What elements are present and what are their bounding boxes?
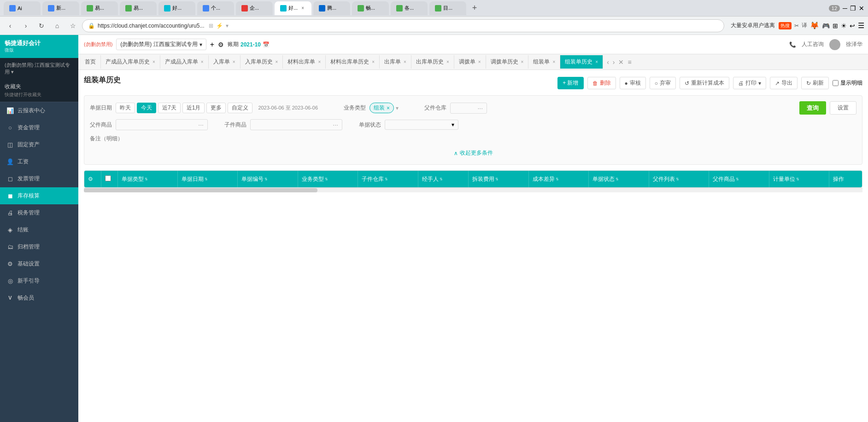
set-button[interactable]: 设置 (830, 101, 856, 115)
order-status-select[interactable] (385, 120, 458, 130)
date-btn-yesterday[interactable]: 昨天 (116, 103, 135, 113)
date-btn-today[interactable]: 今天 (137, 103, 156, 113)
refresh-button[interactable]: ↻ 刷新 (801, 77, 829, 89)
sidebar-item-xinshou[interactable]: ◎ 新手引导 (0, 272, 78, 289)
nav-tab-chanchenpin-history[interactable]: 产成品入库单历史 × (101, 55, 160, 69)
bookmark-button[interactable]: ☆ (66, 19, 79, 32)
minimize-button[interactable]: ─ (843, 5, 847, 12)
browser-tab-teng[interactable]: 腾... (313, 1, 350, 15)
settings-company-button[interactable]: ⚙ (218, 41, 224, 48)
maximize-button[interactable]: ❐ (850, 5, 856, 12)
sidebar-item-huiyuan[interactable]: V 畅会员 (0, 289, 78, 306)
date-btn-custom[interactable]: 自定义 (228, 103, 252, 113)
collapse-button[interactable]: ∧ 收起更多条件 (90, 147, 856, 159)
nav-tab-diaobo-history[interactable]: 调拨单历史 × (486, 55, 529, 69)
browser-tab-ai[interactable]: Ai (4, 1, 41, 15)
sort-cost-diff[interactable]: 成本差异 ⇅ (533, 175, 585, 183)
close-button[interactable]: ✕ (859, 5, 864, 12)
tab-close-cailiao-chuku[interactable]: × (318, 59, 321, 64)
tab-close-chuku[interactable]: × (404, 59, 406, 64)
browser-tab-yi2[interactable]: 易... (120, 1, 157, 15)
parent-goods-input[interactable]: ··· (116, 119, 208, 130)
sidebar-item-zijin[interactable]: ○ 资金管理 (0, 119, 78, 136)
sidebar-item-gongzi[interactable]: 👤 工资 (0, 153, 78, 170)
forward-button[interactable]: › (19, 19, 32, 32)
scrollbar-thumb[interactable] (84, 188, 317, 192)
browser-tab-hao2[interactable]: 好... × (275, 1, 311, 15)
nav-tab-chanchenpin[interactable]: 产成品入库单 × (160, 55, 209, 69)
company-dropdown[interactable]: (勿删勿禁用) 江西服宝测试专用 (116, 39, 206, 50)
nav-tab-zuzhuang-history[interactable]: 组装单历史 × (560, 55, 603, 69)
nav-tab-chuku[interactable]: 出库单 × (380, 55, 411, 69)
tab-close-chanchenpin-history[interactable]: × (152, 59, 155, 64)
sidebar-item-jiezhang[interactable]: ◈ 结账 (0, 221, 78, 238)
home-button[interactable]: ⌂ (51, 19, 64, 32)
show-detail-toggle[interactable]: 显示明细 (833, 79, 862, 87)
new-button[interactable]: + 新增 (557, 77, 583, 89)
audit-button[interactable]: ● 审核 (620, 77, 646, 89)
tab-close-chanchenpin[interactable]: × (201, 59, 204, 64)
tab-close-diaobo-history[interactable]: × (521, 59, 524, 64)
browser-tab-qi[interactable]: 企... (236, 1, 273, 15)
nav-tab-ruku-history[interactable]: 入库单历史 × (240, 55, 283, 69)
browser-tab-ge[interactable]: 个... (197, 1, 234, 15)
new-tab-button[interactable]: + (468, 2, 481, 15)
sort-disassemble-fee[interactable]: 拆装费用 ⇅ (472, 175, 524, 183)
sidebar-item-guidan[interactable]: 🗂 归档管理 (0, 238, 78, 255)
refresh-nav-button[interactable]: ↻ (35, 19, 48, 32)
user-name[interactable]: 徐泽华 (846, 40, 862, 48)
nav-tab-cailiao-chuku-history[interactable]: 材料出库单历史 × (326, 55, 380, 69)
browser-tab-xin[interactable]: 新... (42, 1, 79, 15)
sort-handler[interactable]: 经手人 ⇅ (422, 175, 464, 183)
child-goods-dots[interactable]: ··· (333, 121, 338, 128)
date-btn-more[interactable]: 更多 (206, 103, 226, 113)
nav-tab-diaobo[interactable]: 调拨单 × (454, 55, 486, 69)
tab-close-icon[interactable]: × (301, 6, 304, 11)
tab-close-zuzhuang[interactable]: × (552, 59, 555, 64)
child-goods-input[interactable]: ··· (250, 119, 342, 130)
browser-tab-mu[interactable]: 目... (429, 1, 466, 15)
parent-goods-dots[interactable]: ··· (198, 121, 204, 128)
horizontal-scrollbar[interactable] (84, 188, 862, 192)
address-dropdown-icon[interactable]: ▾ (226, 23, 229, 29)
tab-close-ruku[interactable]: × (233, 59, 235, 64)
browser-tab-chang[interactable]: 畅... (352, 1, 389, 15)
user-service-label[interactable]: 人工咨询 (802, 40, 824, 48)
address-bar[interactable]: 🔒 https://cloud.chanjet.com/accounting/u… (82, 19, 724, 32)
nav-tab-cailiao-chuku[interactable]: 材料出库单 × (283, 55, 326, 69)
sort-type[interactable]: 单据类型 ⇅ (122, 175, 174, 183)
tab-close-zuzhuang-history[interactable]: × (595, 59, 598, 64)
nav-tab-chuku-history[interactable]: 出库单历史 × (411, 55, 454, 69)
nav-tab-home[interactable]: 首页 (80, 55, 101, 69)
sidebar-item-yunbiao[interactable]: 📊 云报表中心 (0, 102, 78, 119)
sort-number[interactable]: 单据编号 ⇅ (241, 175, 293, 183)
tab-close-ruku-history[interactable]: × (276, 59, 278, 64)
biz-type-tag-remove[interactable]: × (387, 105, 390, 111)
parent-wh-select[interactable]: ··· (450, 103, 487, 114)
print-button[interactable]: 🖨 打印 (733, 77, 766, 89)
sort-unit[interactable]: 计量单位 ⇅ (773, 175, 825, 183)
nav-close-all-icon[interactable]: ✕ (616, 58, 626, 66)
calendar-btn[interactable]: 📅 (263, 41, 270, 48)
nav-next-icon[interactable]: › (611, 58, 617, 66)
table-gear-icon[interactable]: ⚙ (88, 176, 93, 182)
abandon-button[interactable]: ○ 弃审 (650, 77, 676, 89)
query-button[interactable]: 查询 (799, 101, 826, 115)
tab-close-chuku-history[interactable]: × (446, 59, 449, 64)
company-selector[interactable]: (勿删勿禁用) 江西服宝测试专用 ▾ (0, 58, 78, 79)
add-company-button[interactable]: + (210, 40, 214, 49)
sidebar-item-shuiwu[interactable]: 🖨 税务管理 (0, 204, 78, 221)
sidebar-item-kucun[interactable]: ◼ 库存核算 (0, 187, 78, 204)
sort-date[interactable]: 单据日期 ⇅ (182, 175, 234, 183)
sort-parent-goods[interactable]: 父件商品 ⇅ (713, 175, 765, 183)
date-btn-7days[interactable]: 近7天 (158, 103, 181, 113)
sidebar-item-fapiao[interactable]: ◻ 发票管理 (0, 170, 78, 187)
col-checkbox[interactable] (101, 171, 117, 187)
sort-biz-type[interactable]: 业务类型 ⇅ (302, 175, 354, 183)
sidebar-item-jichu[interactable]: ⚙ 基础设置 (0, 255, 78, 272)
nav-tab-ruku[interactable]: 入库单 × (209, 55, 240, 69)
back-button[interactable]: ‹ (4, 19, 17, 32)
sidebar-item-guding[interactable]: ◫ 固定资产 (0, 136, 78, 153)
export-button[interactable]: ↗ 导出 (770, 77, 798, 89)
sort-parent-list[interactable]: 父件列表 ⇅ (653, 175, 705, 183)
